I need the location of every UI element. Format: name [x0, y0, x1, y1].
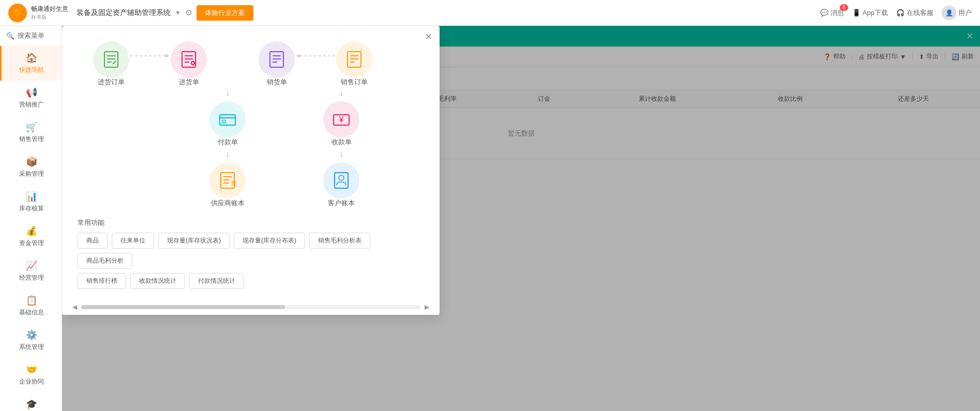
purchase-bill-node[interactable] [171, 41, 207, 78]
content-area: 首页 销售订单执行表 ✕ ✕ ❓ 帮助 🖨 按模板打印 ▼ [62, 26, 980, 411]
enterprise-icon: 🤝 [26, 364, 37, 375]
main-layout: 🔍 搜索菜单 🏠 快捷导航 📢 营销推广 🛒 销售管理 📦 采购管理 📊 库存核… [0, 26, 980, 411]
sidebar-item-quick-nav[interactable]: 🏠 快捷导航 [0, 46, 62, 81]
sidebar-label: 营销推广 [19, 100, 44, 109]
scroll-right-arrow[interactable]: ▶ [425, 303, 429, 311]
sidebar-label: 基础信息 [19, 308, 44, 317]
sidebar-item-guide[interactable]: 🎓 新手引导 [0, 392, 62, 411]
message-badge: 6 [840, 4, 848, 11]
customer-account-node[interactable] [323, 162, 359, 199]
arrow-down-supplier: ↓ [225, 150, 230, 158]
scroll-track[interactable] [81, 305, 420, 309]
sidebar-item-operations[interactable]: 📈 经营管理 [0, 254, 62, 288]
sidebar-label: 销售管理 [19, 135, 44, 144]
guide-icon: 🎓 [26, 399, 37, 410]
sidebar-item-finance[interactable]: 💰 资金管理 [0, 219, 62, 254]
sidebar-item-basic-info[interactable]: 📋 基础信息 [0, 288, 62, 323]
supplier-account-label: 供应商账本 [211, 199, 245, 208]
receipt-bill-node[interactable]: ¥ [323, 101, 359, 138]
svg-marker-5 [165, 54, 170, 57]
svg-text:册: 册 [231, 180, 236, 186]
sidebar-item-system[interactable]: ⚙️ 系统管理 [0, 323, 62, 358]
modal-overlay: ✕ 进货订单 [62, 26, 980, 411]
func-btn-partners[interactable]: 往来单位 [112, 233, 154, 249]
func-row-2: 销售排行榜 收款情况统计 付款情况统计 [78, 273, 424, 289]
message-icon: 💬 [820, 9, 828, 17]
sidebar-search[interactable]: 🔍 搜索菜单 [0, 26, 62, 46]
operations-icon: 📈 [26, 260, 37, 271]
func-btn-product-profit[interactable]: 商品毛利分析 [78, 253, 132, 269]
modal-close-button[interactable]: ✕ [425, 31, 432, 42]
func-btn-sales-rank[interactable]: 销售排行榜 [78, 273, 126, 289]
purchase-order-col: 进货订单 [93, 41, 129, 87]
flow-modal: ✕ 进货订单 [62, 26, 440, 315]
payment-bill-label: 付款单 [218, 138, 238, 147]
payment-bill-node[interactable] [209, 101, 246, 138]
sales-bill-col: 销货单 [259, 41, 295, 87]
logo-title: 畅康通好生意 [31, 5, 68, 13]
func-btn-receipt-stat[interactable]: 收款情况统计 [130, 273, 185, 289]
sales-bill-label: 销货单 [267, 78, 287, 87]
svg-text:¥: ¥ [339, 115, 344, 124]
trial-button[interactable]: 体验行业方案 [197, 5, 253, 21]
top-header: 🔶 畅康通好生意 标准版 装备及固定资产辅助管理系统 ▼ ⚙ 体验行业方案 💬 … [0, 0, 980, 26]
sales-icon: 🛒 [26, 121, 37, 133]
user-menu[interactable]: 👤 用户 [942, 6, 972, 20]
sidebar-label: 经营管理 [19, 273, 44, 282]
func-btn-payment-stat[interactable]: 付款情况统计 [189, 273, 244, 289]
arrow-down-payment: ↓ [225, 89, 230, 97]
sidebar-label: 系统管理 [19, 343, 44, 352]
sales-order-col: 销售订单 [336, 41, 372, 87]
svg-point-25 [222, 120, 225, 123]
arrow-sales-order-to-bill [295, 53, 336, 59]
func-btn-product[interactable]: 商品 [78, 233, 108, 249]
app-icon: 📱 [852, 9, 861, 17]
system-name: 装备及固定资产辅助管理系统 [77, 8, 171, 18]
system-dropdown-icon[interactable]: ▼ [175, 9, 181, 17]
app-download-button[interactable]: 📱 App下载 [852, 8, 888, 18]
func-btn-stock-dist[interactable]: 现存量(库存分布表) [234, 233, 305, 249]
purchase-bill-label: 进货单 [179, 78, 199, 87]
purchase-bill-col: 进货单 [171, 41, 207, 87]
search-icon: 🔍 [6, 32, 14, 40]
arrow-purchase-order-to-bill [129, 53, 171, 59]
header-right: 💬 消息 6 📱 App下载 🎧 在线客服 👤 用户 [820, 6, 972, 20]
supplier-account-node[interactable]: 册 [209, 162, 246, 199]
message-button[interactable]: 💬 消息 6 [820, 8, 844, 18]
online-service-button[interactable]: 🎧 在线客服 [896, 8, 933, 18]
user-name: 用户 [958, 8, 972, 18]
logo-area: 🔶 畅康通好生意 标准版 [8, 4, 70, 22]
sidebar-item-purchase[interactable]: 📦 采购管理 [0, 150, 62, 185]
flow-diagram: 进货订单 [62, 26, 440, 218]
sidebar-item-enterprise[interactable]: 🤝 企业协同 [0, 358, 62, 392]
common-functions: 常用功能 商品 往来单位 现存量(库存状况表) 现存量(库存分布表) 销售毛利分… [62, 218, 440, 301]
arrow-down-customer: ↓ [339, 150, 343, 158]
sidebar-item-marketing[interactable]: 📢 营销推广 [0, 81, 62, 115]
basic-info-icon: 📋 [26, 295, 37, 306]
receipt-bill-label: 收款单 [331, 138, 352, 147]
logo-subtitle: 标准版 [31, 13, 68, 20]
scroll-thumb [81, 305, 285, 309]
svg-marker-18 [296, 54, 300, 57]
func-btn-sales-profit[interactable]: 销售毛利分析表 [309, 233, 370, 249]
sales-order-label: 销售订单 [341, 78, 368, 87]
svg-rect-23 [220, 115, 235, 125]
sidebar-label: 采购管理 [19, 170, 44, 178]
marketing-icon: 📢 [26, 87, 37, 98]
sidebar-item-inventory[interactable]: 📊 库存核算 [0, 185, 62, 219]
sales-bill-node[interactable] [259, 41, 295, 78]
scroll-left-arrow[interactable]: ◀ [72, 303, 77, 311]
sidebar-label: 库存核算 [19, 204, 44, 213]
purchase-icon: 📦 [26, 156, 37, 168]
sidebar-label: 企业协同 [19, 377, 44, 386]
avatar: 👤 [942, 6, 956, 20]
func-btn-stock-status[interactable]: 现存量(库存状况表) [158, 233, 230, 249]
sidebar-label: 资金管理 [19, 239, 44, 248]
sales-order-node[interactable] [336, 41, 372, 78]
sidebar-label: 快捷导航 [19, 66, 44, 74]
purchase-order-node[interactable] [93, 41, 129, 78]
svg-point-34 [339, 175, 344, 180]
customer-account-label: 客户账本 [328, 199, 355, 208]
gear-icon[interactable]: ⚙ [185, 8, 192, 18]
sidebar-item-sales[interactable]: 🛒 销售管理 [0, 115, 62, 150]
